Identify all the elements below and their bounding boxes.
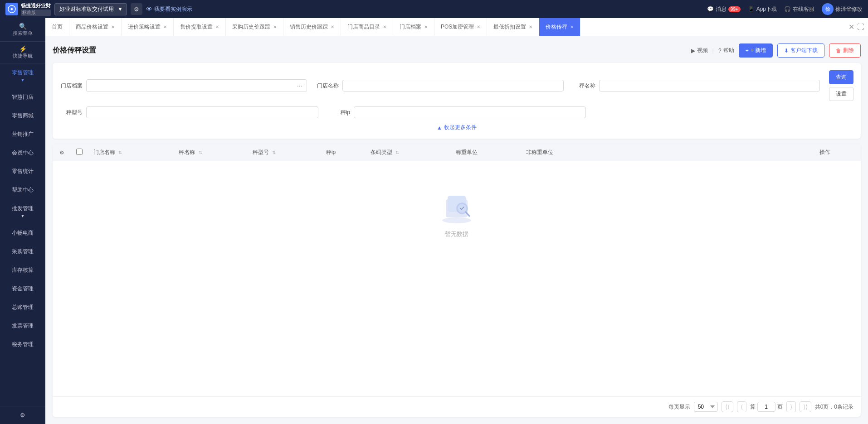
scale-model-filter: 秤型号	[60, 106, 318, 118]
tab-label: POS加密管理	[441, 23, 474, 31]
tab-store-catalog[interactable]: 门店商品目录✕	[341, 18, 393, 36]
tab-price-settings[interactable]: 商品价格设置✕	[69, 18, 122, 36]
add-icon: +	[746, 48, 749, 54]
tab-price-transfer[interactable]: 价格传秤✕	[539, 18, 580, 36]
sidebar-item-wholesale-mgmt[interactable]: 批发管理▼	[0, 199, 45, 224]
tab-purchase-history[interactable]: 采购历史价跟踪✕	[226, 18, 283, 36]
sidebar-item-marketing[interactable]: 营销推广	[0, 125, 45, 144]
video-link[interactable]: ▶ 视频	[691, 47, 708, 54]
sidebar-item-label: 小畅电商	[12, 229, 34, 237]
messages-button[interactable]: 💬 消息 99+	[707, 5, 741, 13]
tab-pos-mgmt[interactable]: POS加密管理✕	[434, 18, 487, 36]
query-label: 查询	[836, 73, 847, 81]
th-checkbox[interactable]	[71, 144, 88, 161]
th-scale-model: 秤型号 ⇅	[247, 144, 321, 161]
tab-close-icon[interactable]: ✕	[383, 24, 386, 29]
delete-icon: 🗑	[836, 48, 841, 54]
user-menu-button[interactable]: 徐 徐泽华修改	[822, 3, 863, 15]
topbar-settings-button[interactable]: ⚙	[131, 3, 142, 15]
tab-close-icon[interactable]: ✕	[529, 24, 532, 29]
tab-home[interactable]: 首页	[45, 18, 69, 36]
sidebar-item-invoice[interactable]: 发票管理	[0, 317, 45, 335]
select-all-checkbox[interactable]	[76, 149, 83, 155]
scale-ip-filter: 秤ip	[327, 106, 586, 118]
arrow-icon: ▼	[21, 78, 25, 82]
maximize-tab-button[interactable]: ⛶	[857, 23, 864, 31]
first-page-button[interactable]: ⟨⟨	[722, 401, 733, 412]
logo-area: 畅捷通好业财 标准版	[5, 2, 51, 16]
page-header: 价格传秤设置 ▶ 视频 | ? 帮助 + + 新增	[53, 43, 861, 58]
content-area: 首页商品价格设置✕进价策略设置✕售价提取设置✕采购历史价跟踪✕销售历史价跟踪✕门…	[45, 18, 868, 424]
tab-close-icon[interactable]: ✕	[111, 24, 115, 29]
tab-sale-history[interactable]: 销售历史价跟踪✕	[283, 18, 341, 36]
sidebar-item-member-center[interactable]: 会员中心	[0, 144, 45, 162]
tab-close-icon[interactable]: ✕	[424, 24, 428, 29]
sidebar-item-label: 零售管理	[12, 69, 34, 77]
online-service-label: 在线客服	[793, 5, 814, 13]
sidebar-settings-button[interactable]: ⚙	[0, 406, 45, 424]
online-service-button[interactable]: 🎧 在线客服	[784, 5, 814, 13]
th-settings[interactable]: ⚙	[53, 144, 71, 161]
sidebar-item-retail-stats[interactable]: 零售统计	[0, 162, 45, 181]
page-title: 价格传秤设置	[53, 46, 96, 55]
scale-ip-input[interactable]	[354, 106, 586, 118]
product-selector[interactable]: 好业财标准版交付试用 ▼	[54, 3, 127, 15]
sidebar-item-finance[interactable]: 资金管理	[0, 279, 45, 298]
page-size-select[interactable]: 50 10 20 100	[694, 402, 718, 412]
collapse-button[interactable]: ▲ 收起更多条件	[437, 124, 477, 131]
store-name-input[interactable]	[342, 80, 563, 92]
sidebar-item-label: 采购管理	[12, 248, 34, 255]
top-bar-left: 畅捷通好业财 标准版 好业财标准版交付试用 ▼ ⚙ 👁 我要看实例演示	[5, 2, 192, 16]
tab-close-icon[interactable]: ✕	[331, 24, 334, 29]
prev-page-button[interactable]: ⟨	[737, 401, 746, 412]
first-page-icon: ⟨⟨	[725, 403, 730, 410]
th-scale-ip-label: 秤ip	[326, 149, 336, 155]
username: 徐泽华修改	[835, 5, 863, 13]
query-button[interactable]: 查询	[829, 70, 853, 84]
sidebar-item-label: 营销推广	[12, 130, 34, 138]
scale-model-input[interactable]	[86, 106, 318, 118]
sidebar-item-smart-store[interactable]: 智慧门店	[0, 88, 45, 106]
last-page-button[interactable]: ⟩⟩	[800, 401, 811, 412]
sidebar-item-inventory[interactable]: 库存核算	[0, 261, 45, 279]
sidebar-item-purchase-mgmt[interactable]: 采购管理	[0, 242, 45, 261]
next-page-button[interactable]: ⟩	[786, 401, 796, 412]
tab-label: 首页	[52, 23, 63, 31]
store-archive-selector[interactable]: ···	[86, 79, 307, 92]
tab-close-icon[interactable]: ✕	[570, 24, 574, 29]
sidebar-item-help-center[interactable]: 帮助中心	[0, 181, 45, 199]
sidebar-quick-nav[interactable]: ⚡ 快捷导航	[0, 42, 45, 63]
page-number-input[interactable]	[757, 402, 775, 412]
app-subtitle: 标准版	[21, 10, 51, 16]
sidebar-item-small-ecom[interactable]: 小畅电商	[0, 224, 45, 242]
tab-close-icon[interactable]: ✕	[215, 24, 219, 29]
scale-name-input[interactable]	[599, 80, 820, 92]
tab-store-file[interactable]: 门店档案✕	[393, 18, 434, 36]
filter-settings-button[interactable]: 设置	[829, 87, 853, 101]
product-selector-text: 好业财标准版交付试用	[59, 5, 114, 13]
tab-close-icon[interactable]: ✕	[477, 24, 480, 29]
demo-button[interactable]: 👁 我要看实例演示	[146, 5, 192, 13]
video-label: 视频	[697, 47, 708, 54]
tab-close-icon[interactable]: ✕	[273, 24, 277, 29]
delete-button[interactable]: 🗑 删除	[829, 43, 861, 58]
sidebar-item-accounting[interactable]: 总账管理	[0, 298, 45, 317]
help-link[interactable]: ? 帮助	[718, 47, 734, 54]
last-page-icon: ⟩⟩	[803, 403, 808, 410]
sidebar-search[interactable]: 🔍 搜索菜单	[0, 18, 45, 42]
sidebar-item-tax[interactable]: 税务管理	[0, 335, 45, 354]
tab-close-icon[interactable]: ✕	[163, 24, 167, 29]
ellipsis-icon[interactable]: ···	[297, 82, 302, 89]
sidebar-settings-icon: ⚙	[20, 412, 25, 419]
help-label: 帮助	[723, 47, 734, 54]
tab-sale-extract[interactable]: 售价提取设置✕	[174, 18, 226, 36]
close-tab-button[interactable]: ✕	[848, 23, 854, 31]
tab-min-discount[interactable]: 最低折扣设置✕	[487, 18, 539, 36]
add-button[interactable]: + + 新增	[739, 43, 773, 58]
download-button[interactable]: ⬇ 客户端下载	[777, 43, 824, 58]
tab-purchase-strategy[interactable]: 进价策略设置✕	[122, 18, 174, 36]
app-download-button[interactable]: 📱 App下载	[748, 5, 777, 13]
sidebar-item-retail-mall[interactable]: 零售商城	[0, 106, 45, 125]
sidebar-item-retail-management[interactable]: 零售管理▼	[0, 63, 45, 88]
tab-label: 门店档案	[400, 23, 421, 31]
